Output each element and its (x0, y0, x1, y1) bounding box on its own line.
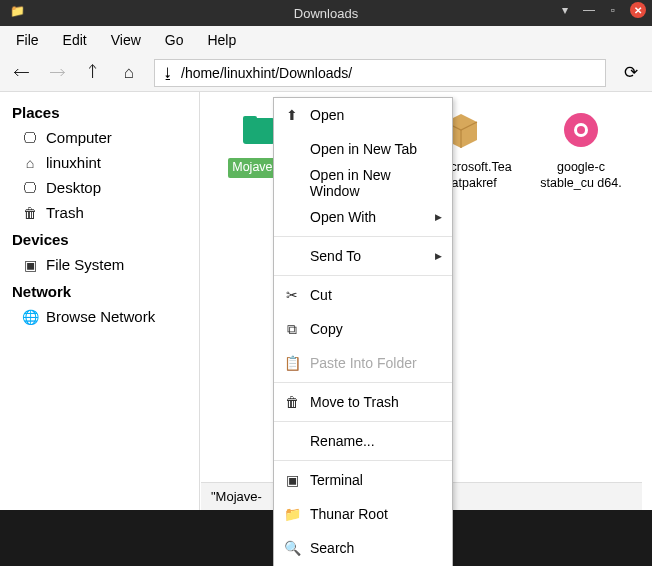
terminal-icon: ▣ (284, 472, 300, 488)
network-icon: 🌐 (22, 309, 38, 325)
ctx-open-window[interactable]: Open in New Window (274, 166, 452, 200)
titlebar[interactable]: 📁 Downloads ▾ — ▫ ✕ (0, 0, 652, 26)
context-menu: ⬆Open Open in New Tab Open in New Window… (273, 97, 453, 566)
desktop-icon: 🖵 (22, 180, 38, 196)
ctx-terminal[interactable]: ▣Terminal (274, 463, 452, 497)
ctx-copy[interactable]: ⧉Copy (274, 312, 452, 346)
chrome-icon (559, 108, 603, 152)
disk-icon: ▣ (22, 257, 38, 273)
ctx-cut[interactable]: ✂Cut (274, 278, 452, 312)
menu-file[interactable]: File (6, 29, 49, 51)
sidebar-item-computer[interactable]: 🖵Computer (10, 125, 189, 150)
svg-rect-1 (243, 116, 257, 122)
ctx-search[interactable]: 🔍Search (274, 531, 452, 565)
trash-icon: 🗑 (22, 205, 38, 221)
up-button[interactable]: 🡑 (82, 62, 104, 84)
download-icon: ⭳ (161, 65, 175, 81)
close-button[interactable]: ✕ (630, 2, 646, 18)
sidebar-item-trash[interactable]: 🗑Trash (10, 200, 189, 225)
separator (274, 421, 452, 422)
sidebar-item-desktop[interactable]: 🖵Desktop (10, 175, 189, 200)
maximize-button[interactable]: ▫ (606, 3, 620, 17)
separator (274, 236, 452, 237)
open-icon: ⬆ (284, 107, 300, 123)
minimize-button[interactable]: — (582, 3, 596, 17)
path-text: /home/linuxhint/Downloads/ (181, 65, 352, 81)
menu-edit[interactable]: Edit (53, 29, 97, 51)
ctx-send-to[interactable]: Send To (274, 239, 452, 273)
search-icon: 🔍 (284, 540, 300, 556)
ctx-open-tab[interactable]: Open in New Tab (274, 132, 452, 166)
sidebar-item-browse-network[interactable]: 🌐Browse Network (10, 304, 189, 329)
ctx-paste-into: 📋Paste Into Folder (274, 346, 452, 380)
file-label: google-c stable_cu d64. (525, 158, 637, 193)
ctx-open[interactable]: ⬆Open (274, 98, 452, 132)
separator (274, 460, 452, 461)
home-button[interactable]: ⌂ (118, 62, 140, 84)
copy-icon: ⧉ (284, 321, 300, 338)
trash-icon: 🗑 (284, 394, 300, 410)
separator (274, 275, 452, 276)
forward-button[interactable]: 🡒 (46, 62, 68, 84)
ctx-rename[interactable]: Rename... (274, 424, 452, 458)
window-title: Downloads (294, 6, 358, 21)
folder-icon: 📁 (284, 506, 300, 522)
refresh-button[interactable]: ⟳ (620, 62, 642, 83)
toolbar: 🡐 🡒 🡑 ⌂ ⭳ /home/linuxhint/Downloads/ ⟳ (0, 54, 652, 92)
network-header: Network (10, 277, 189, 304)
home-icon: ⌂ (22, 155, 38, 171)
cut-icon: ✂ (284, 287, 300, 303)
menu-view[interactable]: View (101, 29, 151, 51)
file-item[interactable]: google-c stable_cu d64. (522, 104, 640, 224)
path-bar[interactable]: ⭳ /home/linuxhint/Downloads/ (154, 59, 606, 87)
back-button[interactable]: 🡐 (10, 62, 32, 84)
menu-help[interactable]: Help (197, 29, 246, 51)
app-icon: 📁 (10, 4, 24, 18)
svg-point-6 (577, 126, 585, 134)
devices-header: Devices (10, 225, 189, 252)
sidebar-item-home[interactable]: ⌂linuxhint (10, 150, 189, 175)
keep-above-icon[interactable]: ▾ (558, 3, 572, 17)
ctx-move-trash[interactable]: 🗑Move to Trash (274, 385, 452, 419)
sidebar: Places 🖵Computer ⌂linuxhint 🖵Desktop 🗑Tr… (0, 92, 200, 510)
separator (274, 382, 452, 383)
ctx-open-with[interactable]: Open With (274, 200, 452, 234)
sidebar-item-filesystem[interactable]: ▣File System (10, 252, 189, 277)
ctx-thunar-root[interactable]: 📁Thunar Root (274, 497, 452, 531)
places-header: Places (10, 98, 189, 125)
menubar: File Edit View Go Help (0, 26, 652, 54)
menu-go[interactable]: Go (155, 29, 194, 51)
paste-icon: 📋 (284, 355, 300, 371)
computer-icon: 🖵 (22, 130, 38, 146)
status-text: "Mojave- (211, 489, 262, 504)
